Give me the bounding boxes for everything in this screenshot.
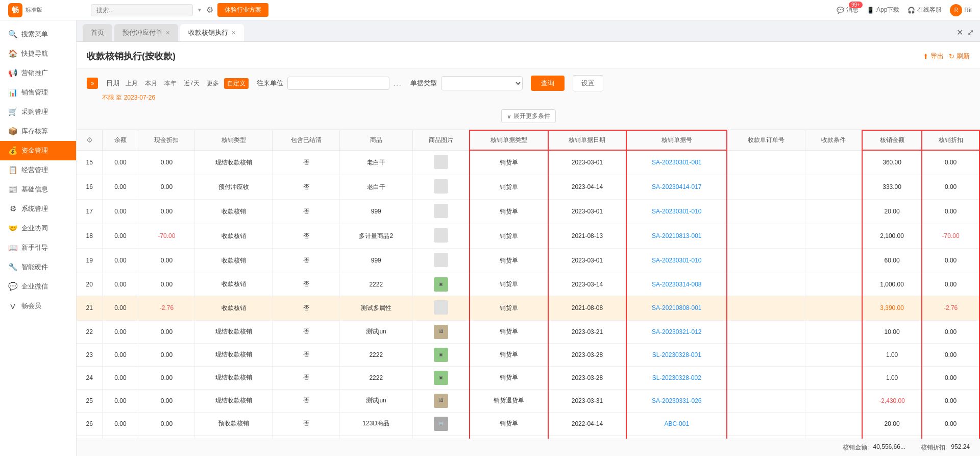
query-button[interactable]: 查询 [531, 76, 565, 91]
sidebar-item-inventory[interactable]: 📦 库存核算 [0, 122, 76, 141]
sidebar-item-member[interactable]: V 畅会员 [0, 296, 76, 316]
td-verify-bill-no[interactable]: SA-20230314-008 [626, 273, 727, 296]
td-verify-bill-type: 销货单 [470, 435, 548, 439]
td-verify-amount: 100.00 [862, 435, 922, 439]
bill-type-select[interactable] [441, 76, 523, 90]
sidebar-label-smarthw: 智能硬件 [21, 262, 48, 272]
sidebar-item-guide[interactable]: 📖 新手引导 [0, 238, 76, 257]
td-verify-bill-no[interactable]: SA-20230321-012 [626, 320, 727, 343]
bill-no-link[interactable]: SA-20230414-017 [652, 183, 701, 190]
td-verify-bill-no[interactable]: SL-20230408-001 [626, 435, 727, 439]
bill-no-link[interactable]: SA-20210813-001 [652, 232, 701, 239]
bill-no-link[interactable]: SA-20210808-001 [652, 304, 701, 311]
partner-dots[interactable]: ... [394, 80, 402, 87]
tab-prepay-close[interactable]: ✕ [165, 30, 170, 36]
sidebar-item-system[interactable]: ⚙ 系统管理 [0, 199, 76, 219]
td-id: 22 [77, 320, 103, 343]
search-input[interactable] [91, 4, 193, 16]
sidebar-item-purchase[interactable]: 🛒 采购管理 [0, 102, 76, 122]
bill-no-link[interactable]: ABC-001 [664, 420, 689, 427]
settings-icon[interactable]: ⚙ [206, 5, 213, 15]
td-verify-bill-no[interactable]: SL-20230328-001 [626, 343, 727, 366]
td-include-settled: 否 [273, 296, 339, 320]
td-verify-bill-no[interactable]: SA-20230301-010 [626, 248, 727, 273]
sidebar-item-operations[interactable]: 📋 经营管理 [0, 160, 76, 180]
sidebar-item-marketing[interactable]: 📢 营销推广 [0, 63, 76, 83]
td-include-settled: 否 [273, 150, 339, 175]
table-container[interactable]: ⚙ 余额 现金折扣 核销类型 包含已结清 商品 商品图片 核销单据类型 核销单据… [77, 130, 980, 439]
filter-toggle-button[interactable]: » [87, 78, 98, 89]
messages-button[interactable]: 💬 消息 99+ [837, 6, 859, 14]
partner-input[interactable] [287, 77, 389, 90]
td-verify-bill-no[interactable]: SA-20230331-026 [626, 389, 727, 412]
bill-no-link[interactable]: SL-20230328-001 [652, 351, 701, 358]
td-verify-bill-no[interactable]: SA-20230301-001 [626, 150, 727, 175]
td-verify-bill-no[interactable]: ABC-001 [626, 412, 727, 435]
date-option-this-year[interactable]: 本年 [162, 78, 179, 89]
home-icon: 🏠 [8, 49, 17, 58]
sidebar-item-smarthw[interactable]: 🔧 智能硬件 [0, 257, 76, 277]
expand-button[interactable]: ∨ 展开更多条件 [501, 109, 556, 123]
industry-button[interactable]: 休验行业方案 [217, 3, 268, 17]
app-download-button[interactable]: 📱 App下载 [867, 6, 899, 14]
td-cash-discount: 0.00 [138, 389, 195, 412]
tab-verify-close[interactable]: ✕ [231, 30, 236, 36]
td-verify-bill-no[interactable]: SA-20230301-010 [626, 199, 727, 224]
top-bar: 畅 标准版 ▼ ⚙ 休验行业方案 💬 消息 99+ 📱 App下载 🎧 在线客服… [0, 0, 980, 20]
partner-label: 往来单位 [257, 79, 283, 88]
bill-no-link[interactable]: SA-20230314-008 [652, 281, 701, 288]
date-option-custom[interactable]: 自定义 [224, 78, 249, 89]
page-actions: ⬆ 导出 ↻ 刷新 [923, 52, 970, 61]
td-verify-bill-no[interactable]: SA-20210808-001 [626, 296, 727, 320]
bill-no-link[interactable]: SA-20230321-012 [652, 328, 701, 335]
refresh-button[interactable]: ↻ 刷新 [949, 52, 970, 61]
td-cash-discount: 0.00 [138, 435, 195, 439]
td-goods-img: 🏢 [412, 412, 470, 435]
bill-no-link[interactable]: SA-20230331-026 [652, 397, 701, 404]
sidebar-item-wechat[interactable]: 💬 企业微信 [0, 277, 76, 296]
td-receipt-order-no [727, 175, 805, 199]
sidebar-item-basicinfo[interactable]: 📰 基础信息 [0, 180, 76, 199]
td-verify-bill-no[interactable]: SA-20210813-001 [626, 224, 727, 248]
td-balance: 0.00 [103, 175, 138, 199]
sidebar-item-search[interactable]: 🔍 搜索菜单 [0, 25, 76, 44]
tab-home[interactable]: 首页 [83, 24, 112, 41]
td-verify-amount: 2,100.00 [862, 224, 922, 248]
date-option-more[interactable]: 更多 [205, 78, 221, 89]
th-settings[interactable]: ⚙ [77, 130, 103, 150]
online-support-button[interactable]: 🎧 在线客服 [908, 6, 942, 14]
date-option-7days[interactable]: 近7天 [182, 78, 202, 89]
close-tab-button[interactable]: ✕ [957, 28, 963, 37]
sidebar-item-cooperation[interactable]: 🤝 企业协同 [0, 219, 76, 238]
td-verify-bill-type: 销货单 [470, 366, 548, 389]
col-settings-icon[interactable]: ⚙ [86, 136, 93, 144]
td-id: 24 [77, 366, 103, 389]
sidebar-item-quicknav[interactable]: 🏠 快捷导航 [0, 44, 76, 63]
td-balance: 0.00 [103, 248, 138, 273]
td-receipt-order-no [727, 248, 805, 273]
tab-prepay[interactable]: 预付冲应付单 ✕ [114, 24, 178, 41]
td-verify-type: 现结收款核销 [195, 320, 273, 343]
export-button[interactable]: ⬆ 导出 [923, 52, 944, 61]
bill-no-link[interactable]: SA-20230301-001 [652, 159, 701, 166]
sidebar-item-finance[interactable]: 💰 资金管理 [0, 141, 76, 160]
bill-no-link[interactable]: SL-20230328-002 [652, 374, 701, 381]
th-goods: 商品 [339, 130, 412, 150]
date-option-last-month[interactable]: 上月 [124, 78, 140, 89]
table-row: 20 0.00 0.00 收款核销 否 2222 ▣ 销货单 2023-03-1… [77, 273, 979, 296]
td-verify-bill-no[interactable]: SL-20230328-002 [626, 366, 727, 389]
td-receipt-condition [805, 273, 862, 296]
date-option-this-month[interactable]: 本月 [143, 78, 159, 89]
bill-no-link[interactable]: SA-20230301-010 [652, 208, 701, 215]
td-verify-bill-no[interactable]: SA-20230414-017 [626, 175, 727, 199]
user-profile[interactable]: R Rit [950, 4, 972, 16]
filter-settings-button[interactable]: 设置 [573, 75, 603, 91]
chevron-icon: » [91, 80, 94, 87]
sidebar-item-sales[interactable]: 📊 销售管理 [0, 83, 76, 102]
date-options: 上月 本月 本年 近7天 更多 自定义 [124, 78, 249, 89]
tab-verify[interactable]: 收款核销执行 ✕ [180, 24, 244, 41]
maximize-button[interactable]: ⤢ [967, 28, 974, 37]
td-balance: 0.00 [103, 224, 138, 248]
table-footer: 核销金额: 40,556,66... 核销折扣: 952.24 [77, 439, 980, 456]
bill-no-link[interactable]: SA-20230301-010 [652, 257, 701, 264]
